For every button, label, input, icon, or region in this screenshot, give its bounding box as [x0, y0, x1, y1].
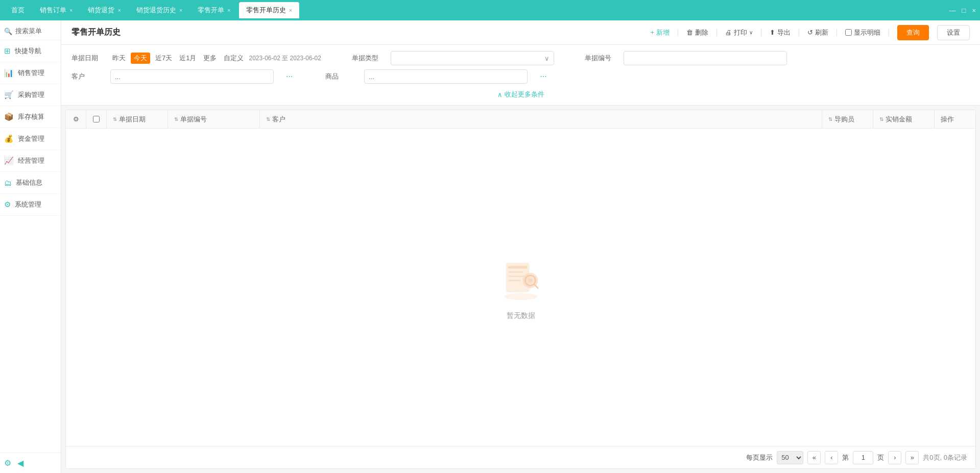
show-detail-checkbox[interactable]: 显示明细 — [845, 28, 880, 37]
sidebar-search[interactable]: 🔍 搜索菜单 — [0, 20, 61, 40]
refresh-icon: ↺ — [807, 29, 813, 36]
th-date-label: 单据日期 — [119, 115, 146, 124]
sidebar-settings-icon[interactable]: ⚙ — [4, 458, 11, 468]
date-opt-custom[interactable]: 自定义 — [222, 53, 246, 64]
th-amount[interactable]: ⇅ 实销金额 — [873, 110, 935, 128]
refresh-button[interactable]: ↺ 刷新 — [807, 28, 828, 37]
sidebar-item-inventory-label: 库存核算 — [18, 112, 44, 121]
sidebar-item-sys-mgmt[interactable]: ⚙ 系统管理 — [0, 194, 61, 216]
sidebar-item-inventory[interactable]: 📦 库存核算 — [0, 106, 61, 128]
no-filter-input[interactable] — [624, 51, 787, 65]
customer-ellipsis-button[interactable]: ··· — [284, 72, 295, 81]
export-button[interactable]: ⬆ 导出 — [770, 28, 791, 37]
export-label: 导出 — [777, 28, 791, 37]
tab-sales-order-close[interactable]: × — [69, 7, 73, 13]
goods-ellipsis-button[interactable]: ··· — [538, 72, 548, 81]
svg-point-0 — [504, 293, 538, 300]
tab-sales-return-history-close[interactable]: × — [179, 7, 182, 13]
sidebar-item-basic-info[interactable]: 🗂 基础信息 — [0, 172, 61, 194]
tab-retail-open-history-close[interactable]: × — [289, 7, 292, 13]
tab-sales-return-history[interactable]: 销货退货历史 × — [129, 2, 189, 18]
delete-icon: 🗑 — [686, 29, 693, 36]
sidebar-item-sales-mgmt-label: 销售管理 — [18, 68, 44, 78]
delete-button[interactable]: 🗑 删除 — [686, 28, 708, 37]
select-all-checkbox[interactable] — [93, 116, 100, 122]
query-button[interactable]: 查询 — [897, 25, 929, 40]
divider-1 — [678, 29, 678, 36]
sidebar-item-operations[interactable]: 📈 经营管理 — [0, 150, 61, 172]
sidebar-item-quick-nav[interactable]: ⊞ 快捷导航 — [0, 40, 61, 62]
column-settings-icon[interactable]: ⚙ — [73, 115, 79, 123]
next-page-button[interactable]: › — [888, 451, 901, 464]
tab-sales-return[interactable]: 销货退货 × — [81, 2, 128, 18]
last-page-button[interactable]: » — [905, 451, 919, 464]
th-no[interactable]: ⇅ 单据编号 — [168, 110, 260, 128]
date-opt-7days[interactable]: 近7天 — [153, 53, 174, 64]
date-opt-1month[interactable]: 近1月 — [177, 53, 198, 64]
date-opt-today[interactable]: 今天 — [131, 53, 150, 64]
show-detail-input[interactable] — [845, 29, 852, 36]
tab-retail-open-close[interactable]: × — [227, 7, 230, 13]
tab-home[interactable]: 首页 — [4, 2, 32, 18]
customer-filter-input[interactable] — [110, 69, 274, 84]
date-opt-yesterday[interactable]: 昨天 — [110, 53, 128, 64]
tab-sales-return-close[interactable]: × — [117, 7, 121, 13]
date-filter-label: 单据日期 — [71, 54, 100, 63]
print-arrow-icon: ∨ — [749, 30, 753, 35]
tab-retail-open-history-label: 零售开单历史 — [246, 6, 286, 15]
th-customer[interactable]: ⇅ 客户 — [260, 110, 822, 128]
table-header: ⚙ ⇅ 单据日期 ⇅ 单据编号 ⇅ 客户 ⇅ — [66, 110, 975, 129]
print-button[interactable]: 🖨 打印 ∨ — [725, 28, 753, 37]
th-amount-label: 实销金额 — [886, 115, 912, 124]
th-date-sort-icon: ⇅ — [113, 116, 117, 122]
tab-sales-order[interactable]: 销售订单 × — [33, 2, 80, 18]
sys-mgmt-icon: ⚙ — [4, 200, 11, 209]
sidebar-collapse-icon[interactable]: ◀ — [17, 458, 23, 468]
th-settings[interactable]: ⚙ — [66, 110, 86, 128]
sidebar-item-sales-mgmt[interactable]: 📊 销售管理 — [0, 62, 61, 84]
divider-4 — [799, 29, 799, 36]
table-area: ⚙ ⇅ 单据日期 ⇅ 单据编号 ⇅ 客户 ⇅ — [65, 110, 976, 469]
tab-sales-return-label: 销货退货 — [88, 6, 114, 15]
th-guide[interactable]: ⇅ 导购员 — [822, 110, 873, 128]
last-page-icon: » — [911, 454, 914, 461]
export-icon: ⬆ — [770, 29, 775, 36]
date-opt-more[interactable]: 更多 — [201, 53, 219, 64]
settings-button[interactable]: 设置 — [937, 25, 970, 40]
filter-row-2: 客户 ··· 商品 ··· — [71, 69, 970, 84]
minimize-button[interactable]: — — [949, 7, 956, 14]
sidebar-item-sys-mgmt-label: 系统管理 — [15, 200, 41, 209]
quick-nav-icon: ⊞ — [4, 46, 11, 56]
maximize-button[interactable]: □ — [962, 7, 966, 14]
goods-filter-input[interactable] — [364, 69, 528, 84]
type-select[interactable]: ∨ — [391, 51, 554, 65]
filter-area: 单据日期 昨天 今天 近7天 近1月 更多 自定义 2023-06-02 至 2… — [61, 45, 980, 106]
add-icon: + — [650, 29, 654, 36]
date-options: 昨天 今天 近7天 近1月 更多 自定义 2023-06-02 至 2023-0… — [110, 53, 321, 64]
sidebar-item-finance[interactable]: 💰 资金管理 — [0, 128, 61, 150]
content-area: 零售开单历史 + 新增 🗑 删除 🖨 打印 ∨ — [61, 20, 980, 473]
page-number-input[interactable] — [853, 451, 873, 464]
tab-retail-open-history[interactable]: 零售开单历史 × — [239, 2, 299, 18]
divider-2 — [716, 29, 717, 36]
close-button[interactable]: × — [972, 7, 976, 14]
sidebar-item-purchase-mgmt[interactable]: 🛒 采购管理 — [0, 84, 61, 106]
th-customer-label: 客户 — [272, 115, 285, 124]
tab-sales-order-label: 销售订单 — [40, 6, 66, 15]
th-no-sort-icon: ⇅ — [174, 116, 178, 122]
per-page-select[interactable]: 50 10 20 100 — [777, 451, 803, 464]
tab-retail-open[interactable]: 零售开单 × — [190, 2, 237, 18]
add-button[interactable]: + 新增 — [650, 28, 670, 37]
delete-label: 删除 — [695, 28, 708, 37]
main-layout: 🔍 搜索菜单 ⊞ 快捷导航 📊 销售管理 🛒 采购管理 📦 库存核算 💰 资金管… — [0, 20, 980, 473]
collapse-bar[interactable]: ∧ 收起更多条件 — [71, 88, 970, 99]
type-filter-label: 单据类型 — [352, 54, 380, 63]
th-date[interactable]: ⇅ 单据日期 — [107, 110, 168, 128]
th-customer-sort-icon: ⇅ — [266, 116, 270, 122]
type-dropdown-icon: ∨ — [544, 55, 549, 62]
th-checkbox[interactable] — [86, 110, 107, 128]
prev-page-button[interactable]: ‹ — [825, 451, 838, 464]
svg-rect-5 — [508, 280, 521, 281]
page-suffix: 页 — [877, 453, 884, 462]
first-page-button[interactable]: « — [807, 451, 821, 464]
